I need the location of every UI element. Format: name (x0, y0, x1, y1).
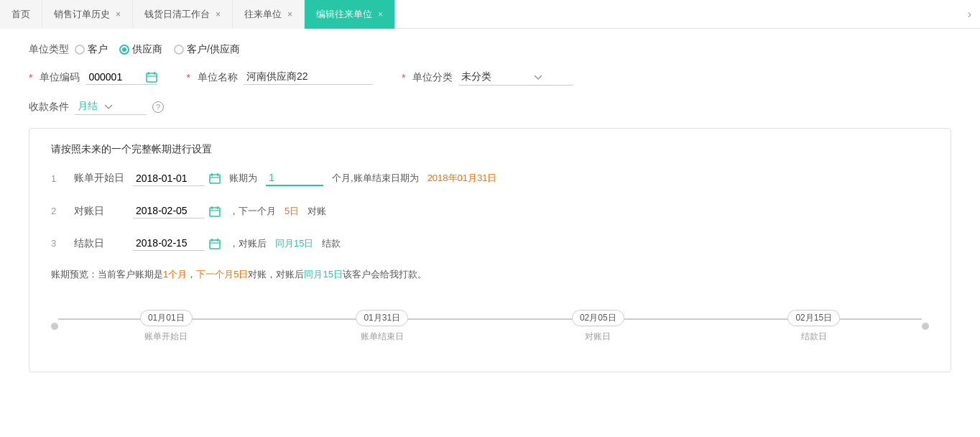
preview-text: 账期预览：当前客户账期是1个月，下一个月5日对账，对账后同月15日该客户会给我打… (51, 268, 929, 281)
preview-suffix: 该客户会给我打款。 (343, 269, 427, 280)
payment-condition-item: 收款条件 月结 ? (29, 98, 164, 115)
date-field-2 (133, 203, 221, 218)
unit-category-item: * 单位分类 未分类 (402, 69, 573, 86)
tab-expand-button[interactable]: › (959, 8, 980, 21)
date-field-1 (133, 171, 221, 186)
row-number-1: 1 (51, 173, 65, 184)
period-input[interactable] (266, 170, 323, 186)
tab-sales-order-history-label: 销售订单历史 (54, 8, 110, 21)
unit-type-row: 单位类型 客户 供应商 客户/供应商 (29, 43, 951, 56)
radio-supplier-label: 供应商 (132, 43, 162, 56)
timeline-point-1: 01月31日 账单结束日 (356, 310, 408, 343)
payment-condition-value: 月结 (78, 100, 98, 113)
radio-customer-label: 客户 (88, 43, 108, 56)
date-input-3[interactable] (133, 236, 205, 251)
radio-supplier[interactable]: 供应商 (119, 43, 162, 56)
calendar-icon-2[interactable] (209, 206, 221, 217)
setting-row-1: 1 账单开始日 账期为 个月,账单结束日期为 2018年01月31日 (51, 170, 929, 186)
unit-type-item: 单位类型 客户 供应商 客户/供应商 (29, 43, 240, 56)
unit-code-star: * (29, 72, 32, 83)
row1-suffix-mid: 个月,账单结束日期为 (332, 172, 419, 185)
page-content: 单位类型 客户 供应商 客户/供应商 * 单位编码 (0, 29, 980, 437)
row3-prefix: ，对账后 (229, 237, 267, 250)
timeline-label-3: 结款日 (801, 331, 827, 343)
preview-prefix: 账期预览：当前客户账期是 (51, 269, 163, 280)
radio-supplier-circle (119, 45, 129, 55)
unit-name-star: * (186, 72, 190, 83)
timeline-badge-2: 02月05日 (572, 310, 624, 326)
date-input-2[interactable] (133, 203, 205, 218)
unit-category-select[interactable]: 未分类 (458, 69, 573, 86)
payment-condition-label: 收款条件 (29, 101, 69, 114)
calendar-icon-1[interactable] (209, 172, 221, 184)
timeline-badge-3: 02月15日 (787, 310, 840, 326)
tab-bar: 首页 销售订单历史 × 钱货日清工作台 × 往来单位 × 编辑往来单位 × › (0, 0, 980, 29)
row-number-3: 3 (51, 238, 65, 249)
timeline-badge-0: 01月01日 (140, 310, 193, 326)
radio-customer-supplier-label: 客户/供应商 (187, 43, 240, 56)
row2-prefix: ，下一个月 (229, 205, 276, 218)
tab-unit[interactable]: 往来单位 × (233, 0, 305, 29)
calendar-icon-3[interactable] (209, 238, 221, 249)
tab-cash-work[interactable]: 钱货日清工作台 × (133, 0, 233, 29)
unit-type-radio-group: 客户 供应商 客户/供应商 (75, 43, 240, 56)
unit-name-label: 单位名称 (198, 71, 238, 84)
timeline-label-0: 账单开始日 (144, 331, 188, 343)
svg-rect-0 (147, 73, 157, 82)
timeline: 01月01日 账单开始日 01月31日 账单结束日 02月05日 对账日 02月… (51, 295, 929, 357)
tab-unit-close[interactable]: × (287, 9, 292, 19)
tab-sales-order-history[interactable]: 销售订单历史 × (42, 0, 133, 29)
date-field-3 (133, 236, 221, 251)
timeline-point-0: 01月01日 账单开始日 (140, 310, 193, 343)
svg-rect-12 (210, 240, 220, 249)
tab-cash-work-close[interactable]: × (216, 9, 221, 19)
svg-rect-8 (210, 208, 220, 216)
timeline-badge-1: 01月31日 (356, 310, 408, 326)
preview-part3: 下一个月5日 (196, 269, 248, 280)
tab-home[interactable]: 首页 (0, 0, 42, 29)
unit-info-row: * 单位编码 * 单位名称 * 单位分类 未分类 (29, 69, 951, 86)
tab-home-label: 首页 (11, 8, 30, 21)
radio-customer-supplier[interactable]: 客户/供应商 (174, 43, 240, 56)
row-label-2: 对账日 (74, 205, 124, 218)
timeline-point-2: 02月05日 对账日 (572, 310, 624, 343)
row1-suffix-before: 账期为 (229, 172, 257, 185)
svg-rect-4 (210, 175, 220, 183)
unit-code-icon[interactable] (146, 71, 157, 83)
payment-condition-chevron (103, 101, 114, 111)
preview-part5: 同月15日 (304, 269, 342, 280)
timeline-left-dot (51, 323, 58, 330)
radio-customer-supplier-circle (174, 45, 184, 55)
row-label-1: 账单开始日 (74, 172, 124, 185)
tab-edit-unit[interactable]: 编辑往来单位 × (305, 0, 395, 29)
payment-condition-select[interactable]: 月结 (75, 98, 147, 115)
unit-category-chevron (533, 72, 543, 82)
row2-suffix: 对账 (308, 205, 326, 218)
row1-suffix-highlight: 2018年01月31日 (427, 172, 497, 185)
question-icon[interactable]: ? (152, 101, 164, 113)
unit-code-input[interactable] (85, 70, 143, 84)
tab-unit-label: 往来单位 (244, 8, 282, 21)
tab-sales-order-history-close[interactable]: × (116, 9, 121, 19)
row-label-3: 结款日 (74, 237, 124, 250)
row3-suffix: 结款 (322, 237, 341, 250)
tab-edit-unit-label: 编辑往来单位 (316, 8, 372, 21)
preview-part2: ， (187, 269, 196, 280)
timeline-label-2: 对账日 (585, 331, 611, 343)
unit-code-input-wrapper (85, 70, 157, 85)
unit-category-label: 单位分类 (412, 71, 453, 84)
setting-row-3: 3 结款日 ，对账后同月15日结款 (51, 236, 929, 251)
setting-row-2: 2 对账日 ，下一个月5日对账 (51, 203, 929, 218)
settings-box: 请按照未来的一个完整帐期进行设置 1 账单开始日 账期为 个月,账单结束日期为 … (29, 128, 951, 372)
timeline-point-3: 02月15日 结款日 (787, 310, 840, 343)
preview-part1: 1个月 (163, 269, 187, 280)
timeline-right-dot (922, 323, 929, 330)
unit-name-input[interactable] (244, 70, 373, 85)
row-number-2: 2 (51, 206, 65, 216)
radio-customer[interactable]: 客户 (75, 43, 108, 56)
row2-highlight: 5日 (285, 205, 299, 218)
date-input-1[interactable] (133, 171, 205, 186)
unit-category-star: * (402, 72, 405, 83)
row3-highlight: 同月15日 (275, 237, 313, 250)
tab-edit-unit-close[interactable]: × (378, 9, 383, 19)
